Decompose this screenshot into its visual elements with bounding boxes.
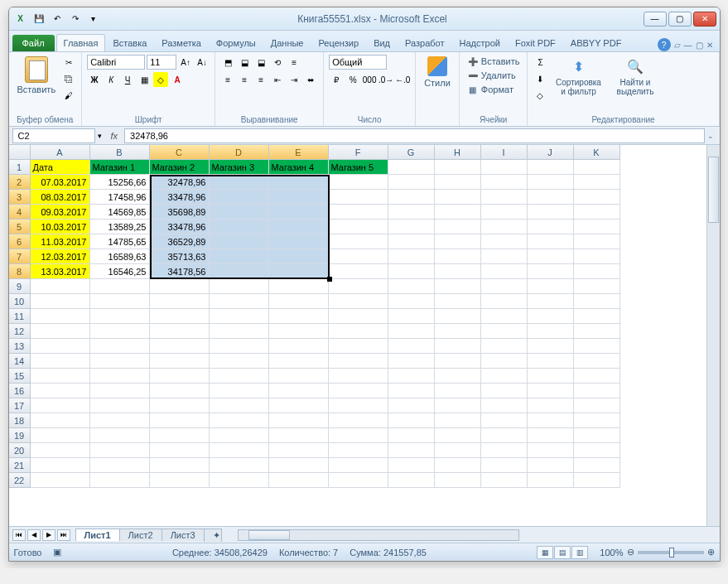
insert-cells-button[interactable]: ➕Вставить [465,55,523,68]
cell-I6[interactable] [481,234,528,249]
tab-view[interactable]: Вид [366,34,398,51]
cell-E4[interactable] [269,205,329,220]
cell-I17[interactable] [481,398,528,413]
cell-K5[interactable] [574,220,620,234]
col-header-C[interactable]: C [150,145,210,160]
qat-dropdown-icon[interactable]: ▾ [85,11,102,27]
cell-F13[interactable] [329,339,388,354]
cell-H16[interactable] [435,384,481,398]
number-format-combo[interactable]: Общий [329,55,387,70]
zoom-in-icon[interactable]: ⊕ [707,547,715,557]
cell-A7[interactable]: 12.03.2017 [31,249,90,264]
close-button[interactable]: ✕ [693,12,716,27]
cell-K12[interactable] [574,324,620,339]
cell-H2[interactable] [435,175,481,190]
formula-input[interactable]: 32478,96 [124,128,704,143]
cell-C15[interactable] [150,369,210,384]
cell-G10[interactable] [388,294,435,309]
cell-K11[interactable] [574,309,620,324]
cell-A15[interactable] [31,369,90,384]
cell-F22[interactable] [329,473,388,488]
font-name-combo[interactable]: Calibri [87,55,145,70]
cell-G2[interactable] [388,175,435,190]
cell-A14[interactable] [31,354,90,369]
cell-K13[interactable] [574,339,620,354]
cell-J15[interactable] [528,369,574,384]
cell-E20[interactable] [269,443,329,458]
sheet-tab-1[interactable]: Лист1 [75,528,120,541]
cell-H11[interactable] [435,309,481,324]
tab-insert[interactable]: Вставка [105,34,154,51]
cell-F10[interactable] [329,294,388,309]
cell-J7[interactable] [528,249,574,264]
italic-icon[interactable]: К [104,72,118,87]
cell-B2[interactable]: 15256,66 [90,175,150,190]
cell-D21[interactable] [210,458,269,473]
row-header-14[interactable]: 14 [9,354,31,369]
cell-F3[interactable] [329,190,388,205]
copy-icon[interactable]: ⿻ [61,71,76,86]
cell-H21[interactable] [435,458,481,473]
cell-I16[interactable] [481,384,528,398]
col-header-H[interactable]: H [435,145,481,160]
wrap-text-icon[interactable]: ≡ [287,55,301,70]
cell-C16[interactable] [150,384,210,398]
help-icon[interactable]: ? [658,38,671,51]
save-icon[interactable]: 💾 [31,11,47,27]
cell-J8[interactable] [528,264,574,279]
cell-K16[interactable] [574,384,620,398]
row-header-10[interactable]: 10 [9,294,31,309]
comma-icon[interactable]: 000 [362,72,377,87]
cell-D2[interactable] [210,175,269,190]
cell-G15[interactable] [388,369,435,384]
cell-F9[interactable] [329,279,388,294]
cell-D11[interactable] [210,309,269,324]
cell-I9[interactable] [481,279,528,294]
col-header-A[interactable]: A [31,145,90,160]
cell-B3[interactable]: 17458,96 [90,190,150,205]
name-box-dropdown-icon[interactable]: ▾ [95,132,104,140]
cell-F19[interactable] [329,428,388,443]
cell-D20[interactable] [210,443,269,458]
row-header-12[interactable]: 12 [9,324,31,339]
cell-K6[interactable] [574,234,620,249]
cell-H9[interactable] [435,279,481,294]
cell-E16[interactable] [269,384,329,398]
fx-icon[interactable]: fx [111,131,118,141]
horizontal-scrollbar[interactable] [238,529,519,541]
cell-A9[interactable] [31,279,90,294]
styles-button[interactable]: Стили [421,55,454,89]
cell-F21[interactable] [329,458,388,473]
clear-icon[interactable]: ◇ [533,88,547,103]
align-center-icon[interactable]: ≡ [237,72,252,87]
cell-K2[interactable] [574,175,620,190]
cell-B21[interactable] [90,458,150,473]
cell-B16[interactable] [90,384,150,398]
cell-H15[interactable] [435,369,481,384]
bold-icon[interactable]: Ж [87,72,102,87]
cell-F8[interactable] [329,264,388,279]
cell-E3[interactable] [269,190,329,205]
cell-E5[interactable] [269,220,329,234]
cell-J19[interactable] [528,428,574,443]
cell-E14[interactable] [269,354,329,369]
underline-icon[interactable]: Ч [120,72,135,87]
view-layout-icon[interactable]: ▤ [554,546,571,559]
cell-A12[interactable] [31,324,90,339]
font-color-icon[interactable]: A [170,72,185,87]
cell-E22[interactable] [269,473,329,488]
cell-G12[interactable] [388,324,435,339]
decrease-decimal-icon[interactable]: ←.0 [395,72,410,87]
doc-minimize-icon[interactable]: — [684,41,692,50]
cell-B4[interactable]: 14569,85 [90,205,150,220]
cell-H6[interactable] [435,234,481,249]
name-box[interactable]: C2 [12,128,95,143]
cell-J6[interactable] [528,234,574,249]
cell-F15[interactable] [329,369,388,384]
cell-G11[interactable] [388,309,435,324]
cell-B8[interactable]: 16546,25 [90,264,150,279]
align-right-icon[interactable]: ≡ [253,72,268,87]
cell-H17[interactable] [435,398,481,413]
cell-D7[interactable] [210,249,269,264]
formula-expand-icon[interactable]: ⌄ [705,132,716,140]
